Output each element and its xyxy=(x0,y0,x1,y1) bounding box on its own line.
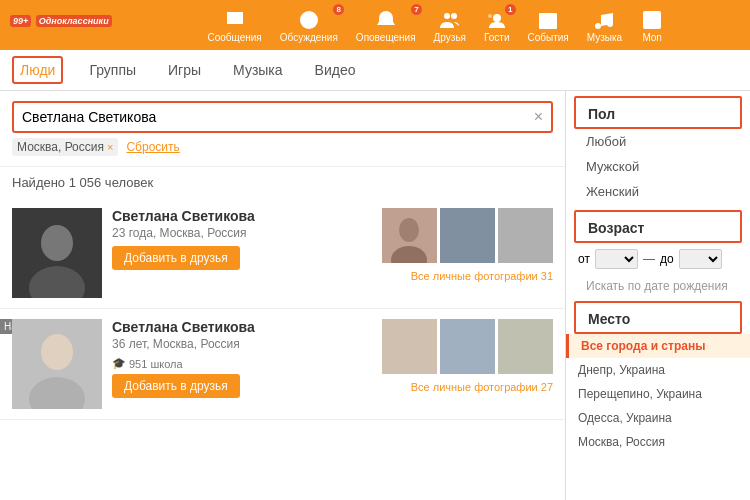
nav-play-label: Mon xyxy=(642,32,661,43)
user-avatar-1 xyxy=(12,208,102,298)
svg-point-1 xyxy=(444,13,450,19)
photo-thumb xyxy=(498,319,553,374)
user-details-1: 23 года, Москва, Россия xyxy=(112,226,372,240)
svg-point-7 xyxy=(607,21,613,27)
subnav-music[interactable]: Музыка xyxy=(227,58,289,82)
nav-alerts-label: Оповещения xyxy=(356,32,416,43)
svg-point-14 xyxy=(399,218,419,242)
place-section-title: Место xyxy=(574,301,742,334)
subnav: Люди Группы Игры Музыка Видео xyxy=(0,50,750,91)
svg-point-4 xyxy=(488,14,492,18)
age-to-label: до xyxy=(660,252,674,266)
nav-guests-label: Гости xyxy=(484,32,509,43)
content: × Москва, Россия × Сбросить Найдено 1 05… xyxy=(0,91,565,500)
nav-messages-label: Сообщения xyxy=(207,32,261,43)
nav-messages[interactable]: Сообщения xyxy=(207,8,261,43)
search-input-row: × xyxy=(12,101,553,133)
photo-thumb xyxy=(382,319,437,374)
svg-point-2 xyxy=(451,13,457,19)
add-friend-button-2[interactable]: Добавить в друзья xyxy=(112,374,240,398)
subnav-video[interactable]: Видео xyxy=(309,58,362,82)
nav-alerts[interactable]: 7 Оповещения xyxy=(356,8,416,43)
nav-music-label: Музыка xyxy=(587,32,622,43)
photo-thumb xyxy=(440,319,495,374)
search-bar: × Москва, Россия × Сбросить xyxy=(0,91,565,167)
birth-date-link[interactable]: Искать по дате рождения xyxy=(566,275,750,297)
main: × Москва, Россия × Сбросить Найдено 1 05… xyxy=(0,91,750,500)
age-row: от 182530 — до 253545 xyxy=(566,243,750,275)
nav-discussions-label: Обсуждения xyxy=(280,32,338,43)
search-input[interactable] xyxy=(22,109,534,125)
nav-guests[interactable]: 1 Гости xyxy=(484,8,509,43)
tag-close-button[interactable]: × xyxy=(107,141,113,153)
nav-friends-label: Друзья xyxy=(434,32,466,43)
all-photos-link-2[interactable]: Все личные фотографии 27 xyxy=(411,381,553,393)
logo: 99+ Одноклассники xyxy=(10,16,112,34)
gender-option-any[interactable]: Любой xyxy=(566,129,750,154)
logo-badge: 99+ xyxy=(10,15,31,27)
location-option-all[interactable]: Все города и страны xyxy=(566,334,750,358)
age-to-select[interactable]: 253545 xyxy=(679,249,722,269)
location-option-odessa[interactable]: Одесса, Украина xyxy=(566,406,750,430)
gender-option-female[interactable]: Женский xyxy=(566,179,750,204)
results-count: Найдено 1 056 человек xyxy=(0,167,565,198)
user-card-2: На сообщения не... Светлана Светикова 36… xyxy=(0,309,565,420)
nav-events[interactable]: События xyxy=(528,8,569,43)
age-section-title: Возраст xyxy=(574,210,742,243)
nav-events-label: События xyxy=(528,32,569,43)
user-card-right-1: Все личные фотографии 31 xyxy=(382,208,553,298)
photo-thumb xyxy=(440,208,495,263)
user-card-right-2: Все личные фотографии 27 xyxy=(382,319,553,409)
gender-option-male[interactable]: Мужской xyxy=(566,154,750,179)
svg-point-6 xyxy=(595,23,601,29)
search-tags: Москва, Россия × Сбросить xyxy=(12,138,553,156)
nav-discussions-badge: 8 xyxy=(333,4,343,15)
school-icon: 🎓 xyxy=(112,357,126,370)
gender-section-title: Пол xyxy=(574,96,742,129)
nav-guests-badge: 1 xyxy=(505,4,515,15)
subnav-groups[interactable]: Группы xyxy=(83,58,142,82)
user-name-2: Светлана Светикова xyxy=(112,319,372,335)
photo-thumb xyxy=(498,208,553,263)
user-info-1: Светлана Светикова 23 года, Москва, Росс… xyxy=(112,208,372,298)
age-from-label: от xyxy=(578,252,590,266)
nav-play[interactable]: Mon xyxy=(640,8,664,43)
location-tag: Москва, Россия × xyxy=(12,138,118,156)
nav-discussions[interactable]: 8 Обсуждения xyxy=(280,8,338,43)
location-option-dnipro[interactable]: Днепр, Украина xyxy=(566,358,750,382)
subnav-people[interactable]: Люди xyxy=(12,56,63,84)
svg-point-11 xyxy=(41,225,73,261)
user-details-2: 36 лет, Москва, Россия xyxy=(112,337,372,351)
svg-point-0 xyxy=(300,11,318,29)
photos-strip-2 xyxy=(382,319,553,374)
user-card: Светлана Светикова 23 года, Москва, Росс… xyxy=(0,198,565,309)
header: 99+ Одноклассники Сообщения 8 Обсуждения… xyxy=(0,0,750,50)
svg-rect-23 xyxy=(498,319,553,374)
user-info-2: Светлана Светикова 36 лет, Москва, Росси… xyxy=(112,319,372,409)
sidebar: Пол Любой Мужской Женский Возраст от 182… xyxy=(565,91,750,500)
photo-thumb xyxy=(382,208,437,263)
svg-rect-5 xyxy=(539,13,557,29)
location-option-pereshchepino[interactable]: Перещепино, Украина xyxy=(566,382,750,406)
svg-rect-21 xyxy=(382,319,437,374)
photos-strip-1 xyxy=(382,208,553,263)
location-option-moscow[interactable]: Москва, Россия xyxy=(566,430,750,454)
reset-link[interactable]: Сбросить xyxy=(126,140,179,154)
add-friend-button-1[interactable]: Добавить в друзья xyxy=(112,246,240,270)
nav-music[interactable]: Музыка xyxy=(587,8,622,43)
nav-icons: Сообщения 8 Обсуждения 7 Оповещения Друз… xyxy=(132,8,740,43)
svg-rect-16 xyxy=(440,208,495,263)
svg-point-3 xyxy=(493,14,501,22)
user-name-1: Светлана Светикова xyxy=(112,208,372,224)
age-from-select[interactable]: 182530 xyxy=(595,249,638,269)
nav-alerts-badge: 7 xyxy=(411,4,421,15)
search-clear-button[interactable]: × xyxy=(534,108,543,126)
svg-rect-22 xyxy=(440,319,495,374)
nav-friends[interactable]: Друзья xyxy=(434,8,466,43)
all-photos-link-1[interactable]: Все личные фотографии 31 xyxy=(411,270,553,282)
school-badge: 🎓 951 школа xyxy=(112,357,372,370)
subnav-games[interactable]: Игры xyxy=(162,58,207,82)
svg-point-19 xyxy=(41,334,73,370)
svg-rect-17 xyxy=(498,208,553,263)
age-dash: — xyxy=(643,252,655,266)
